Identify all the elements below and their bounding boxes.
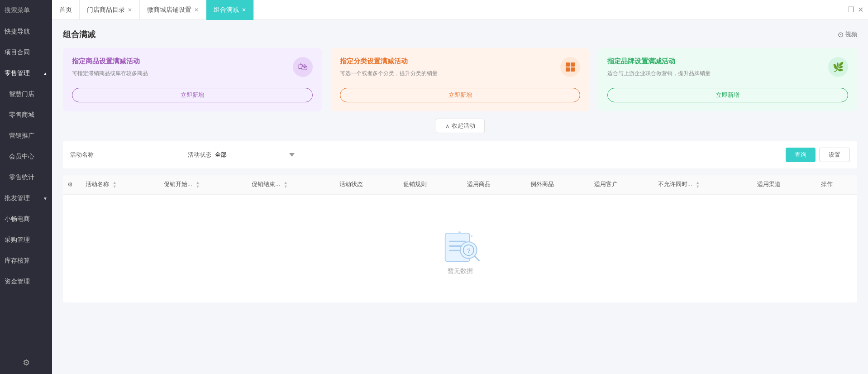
table-head: ⚙ 活动名称 ▲▼ 促销开始... ▲▼ 促销结束... ▲▼	[63, 175, 857, 194]
product-card-desc: 可指定滞销商品或库存较多商品	[72, 69, 313, 82]
activity-status-select[interactable]: 全部 进行中 未开始 已结束	[215, 149, 296, 160]
svg-rect-2	[566, 67, 570, 72]
sort-icon: ▲▼	[696, 181, 700, 189]
empty-text: 暂无数据	[448, 267, 473, 275]
play-circle-icon: ⊙	[838, 30, 844, 39]
brand-card-desc: 适合与上游企业联合做营销，提升品牌销量	[607, 69, 848, 82]
activity-status-label: 活动状态	[188, 151, 211, 159]
sidebar-item-wholesale-mgmt[interactable]: 批发管理 ▼	[0, 188, 52, 209]
th-activity-name[interactable]: 活动名称 ▲▼	[81, 175, 159, 194]
tab-combo-discount[interactable]: 组合满减 ✕	[206, 0, 254, 20]
th-exception-goods: 例外商品	[526, 175, 590, 194]
svg-line-10	[474, 256, 479, 260]
table-body: ? 暂无数据	[63, 194, 857, 302]
svg-rect-7	[449, 245, 462, 246]
activity-status-filter: 活动状态 全部 进行中 未开始 已结束	[188, 149, 296, 160]
chevron-up-icon: ▲	[43, 71, 48, 76]
main-area: 首页 门店商品目录 ✕ 微商城店铺设置 ✕ 组合满减 ✕ ❐ ✕ 组合满减 ⊙ …	[52, 0, 868, 374]
sort-icon: ▲▼	[284, 181, 288, 189]
sidebar-item-xiaochang-ecom[interactable]: 小畅电商	[0, 209, 52, 230]
th-promo-rule: 促销规则	[399, 175, 463, 194]
tab-store-catalog[interactable]: 门店商品目录 ✕	[80, 0, 140, 20]
sort-icon: ▲▼	[196, 181, 200, 189]
svg-rect-1	[571, 62, 575, 67]
restore-icon[interactable]: ❐	[848, 5, 854, 14]
tabbar: 首页 门店商品目录 ✕ 微商城店铺设置 ✕ 组合满减 ✕ ❐ ✕	[52, 0, 868, 20]
filter-row: 活动名称 活动状态 全部 进行中 未开始 已结束 查询 设置	[63, 141, 857, 168]
promo-cards-row: 🛍 指定商品设置满减活动 可指定滞销商品或库存较多商品 立即新增 指定分类设置满…	[63, 48, 857, 111]
sidebar-search[interactable]: 搜索菜单	[0, 0, 52, 21]
activity-name-label: 活动名称	[70, 151, 94, 159]
th-applicable-channel: 适用渠道	[753, 175, 816, 194]
chevron-down-icon: ▼	[43, 196, 48, 201]
close-icon[interactable]: ✕	[858, 5, 863, 14]
brand-card-add-button[interactable]: 立即新增	[607, 88, 848, 102]
category-card-desc: 可选一个或者多个分类，提升分类的销量	[340, 69, 581, 82]
sidebar-item-smart-store[interactable]: 智慧门店	[0, 84, 52, 105]
page-header: 组合满减 ⊙ 视频	[63, 29, 857, 40]
category-promo-card: 指定分类设置满减活动 可选一个或者多个分类，提升分类的销量 立即新增	[331, 48, 590, 111]
activity-name-input[interactable]	[97, 149, 179, 160]
brand-promo-card: 🌿 指定品牌设置满减活动 适合与上游企业联合做营销，提升品牌销量 立即新增	[598, 48, 857, 111]
product-card-icon: 🛍	[293, 57, 313, 77]
th-no-concurrent[interactable]: 不允许同时... ▲▼	[653, 175, 753, 194]
sidebar-bottom: ⚙	[0, 351, 52, 374]
sidebar: 搜索菜单 快捷导航 项目合同 零售管理 ▲ 智慧门店 零售商城 营销推广 会员中…	[0, 0, 52, 374]
sidebar-item-fund-mgmt[interactable]: 资金管理	[0, 271, 52, 292]
sidebar-item-retail-stats[interactable]: 零售统计	[0, 167, 52, 188]
close-tab-combo-discount[interactable]: ✕	[242, 7, 246, 13]
tab-wechat-store-settings[interactable]: 微商城店铺设置 ✕	[140, 0, 206, 20]
table-settings-icon[interactable]: ⚙	[67, 181, 73, 188]
activity-name-filter: 活动名称	[70, 149, 179, 160]
product-card-add-button[interactable]: 立即新增	[72, 88, 313, 102]
th-activity-status: 活动状态	[335, 175, 399, 194]
query-button[interactable]: 查询	[786, 148, 816, 162]
page-content: 组合满减 ⊙ 视频 🛍 指定商品设置满减活动 可指定滞销商品或库存较多商品 立即…	[52, 20, 868, 374]
tab-home[interactable]: 首页	[52, 0, 80, 20]
collapse-activity-button[interactable]: ∧ 收起活动	[436, 119, 485, 133]
svg-rect-0	[566, 62, 570, 67]
th-settings[interactable]: ⚙	[63, 175, 81, 194]
empty-illustration: ?	[438, 222, 483, 267]
chevron-up-icon: ∧	[445, 123, 450, 129]
svg-rect-6	[449, 240, 466, 242]
filter-actions: 查询 设置	[786, 148, 850, 162]
sort-icon: ▲▼	[113, 181, 117, 189]
sidebar-item-marketing[interactable]: 营销推广	[0, 125, 52, 146]
sidebar-item-quick-nav[interactable]: 快捷导航	[0, 21, 52, 42]
page-title: 组合满减	[63, 29, 95, 40]
sidebar-item-retail-mgmt[interactable]: 零售管理 ▲	[0, 63, 52, 84]
th-promo-end[interactable]: 促销结束... ▲▼	[247, 175, 335, 194]
svg-rect-3	[571, 67, 575, 72]
data-table: ⚙ 活动名称 ▲▼ 促销开始... ▲▼ 促销结束... ▲▼	[63, 175, 857, 302]
window-controls: ❐ ✕	[843, 5, 868, 14]
data-table-wrapper: ⚙ 活动名称 ▲▼ 促销开始... ▲▼ 促销结束... ▲▼	[63, 175, 857, 302]
svg-point-13	[458, 231, 460, 233]
gear-icon[interactable]: ⚙	[23, 358, 30, 368]
empty-state: ? 暂无数据	[63, 195, 857, 302]
svg-text:?: ?	[467, 247, 470, 254]
sidebar-item-member-center[interactable]: 会员中心	[0, 146, 52, 167]
svg-point-14	[470, 235, 472, 237]
sidebar-item-purchase-mgmt[interactable]: 采购管理	[0, 230, 52, 250]
empty-state-row: ? 暂无数据	[63, 194, 857, 302]
brand-card-icon: 🌿	[828, 57, 848, 77]
product-card-title: 指定商品设置满减活动	[72, 57, 313, 66]
category-card-title: 指定分类设置满减活动	[340, 57, 581, 66]
collapse-bar: ∧ 收起活动	[63, 119, 857, 133]
close-tab-wechat-store[interactable]: ✕	[194, 7, 199, 13]
th-operation: 操作	[816, 175, 857, 194]
video-link[interactable]: ⊙ 视频	[838, 30, 857, 39]
th-promo-start[interactable]: 促销开始... ▲▼	[159, 175, 247, 194]
close-tab-store-catalog[interactable]: ✕	[128, 7, 132, 13]
setting-button[interactable]: 设置	[819, 148, 850, 162]
sidebar-item-retail-mall[interactable]: 零售商城	[0, 105, 52, 125]
sidebar-item-project-contract[interactable]: 项目合同	[0, 42, 52, 63]
th-applicable-goods: 适用商品	[463, 175, 526, 194]
product-promo-card: 🛍 指定商品设置满减活动 可指定滞销商品或库存较多商品 立即新增	[63, 48, 322, 111]
brand-card-title: 指定品牌设置满减活动	[607, 57, 848, 66]
th-applicable-customer: 适用客户	[590, 175, 653, 194]
category-card-add-button[interactable]: 立即新增	[340, 88, 581, 102]
sidebar-item-inventory-calc[interactable]: 库存核算	[0, 250, 52, 271]
